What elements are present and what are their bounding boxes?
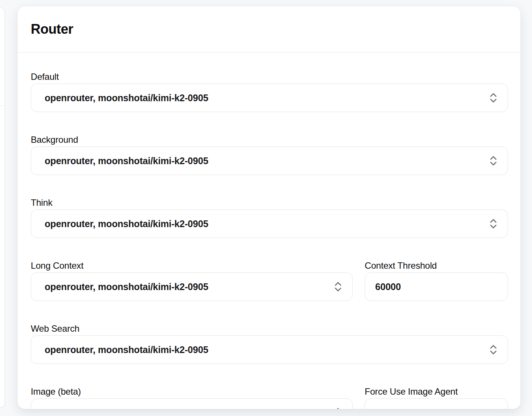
chevron-up-down-icon: [334, 407, 342, 409]
router-card-body: Default openrouter, moonshotai/kimi-k2-0…: [18, 52, 520, 409]
think-model-value: openrouter, moonshotai/kimi-k2-0905: [45, 218, 208, 229]
field-think: Think openrouter, moonshotai/kimi-k2-090…: [31, 198, 508, 238]
long-context-model-value: openrouter, moonshotai/kimi-k2-0905: [45, 281, 208, 292]
router-card-header: Router: [18, 6, 520, 52]
long-context-model-select[interactable]: openrouter, moonshotai/kimi-k2-0905: [31, 272, 353, 301]
field-background: Background openrouter, moonshotai/kimi-k…: [31, 135, 508, 175]
field-row-long-context: Long Context openrouter, moonshotai/kimi…: [31, 260, 508, 301]
background-model-value: openrouter, moonshotai/kimi-k2-0905: [45, 156, 208, 166]
chevron-up-down-icon: [489, 155, 497, 166]
background-model-select[interactable]: openrouter, moonshotai/kimi-k2-0905: [31, 147, 508, 175]
field-force-image-agent: Force Use Image Agent: [365, 386, 508, 409]
think-model-select[interactable]: openrouter, moonshotai/kimi-k2-0905: [31, 209, 508, 238]
think-label: Think: [31, 198, 508, 208]
force-image-agent-label: Force Use Image Agent: [365, 386, 508, 397]
field-web-search: Web Search openrouter, moonshotai/kimi-k…: [31, 323, 508, 364]
background-panel: [0, 7, 5, 408]
force-image-agent-input[interactable]: [365, 398, 508, 409]
page-title: Router: [31, 21, 73, 37]
default-model-select[interactable]: openrouter, moonshotai/kimi-k2-0905: [31, 84, 508, 112]
context-threshold-label: Context Threshold: [365, 260, 508, 271]
chevron-up-down-icon: [334, 281, 342, 292]
chevron-up-down-icon: [489, 218, 497, 229]
chevron-up-down-icon: [489, 92, 497, 103]
long-context-label: Long Context: [31, 260, 353, 271]
background-panel-divider: [0, 105, 5, 106]
web-search-label: Web Search: [31, 323, 508, 334]
image-label: Image (beta): [31, 386, 353, 397]
field-row-image: Image (beta) Force Use Image Agent: [31, 386, 508, 409]
default-label: Default: [31, 72, 508, 82]
router-card: Router Default openrouter, moonshotai/ki…: [17, 6, 521, 409]
field-long-context: Long Context openrouter, moonshotai/kimi…: [31, 260, 353, 301]
context-threshold-input[interactable]: [365, 272, 508, 301]
field-context-threshold: Context Threshold: [365, 260, 508, 301]
field-image: Image (beta): [31, 386, 353, 409]
default-model-value: openrouter, moonshotai/kimi-k2-0905: [45, 93, 208, 103]
web-search-model-select[interactable]: openrouter, moonshotai/kimi-k2-0905: [31, 335, 508, 364]
background-label: Background: [31, 135, 508, 145]
field-default: Default openrouter, moonshotai/kimi-k2-0…: [31, 72, 508, 112]
chevron-up-down-icon: [489, 344, 497, 355]
web-search-model-value: openrouter, moonshotai/kimi-k2-0905: [45, 344, 208, 355]
image-model-select[interactable]: [31, 398, 353, 409]
